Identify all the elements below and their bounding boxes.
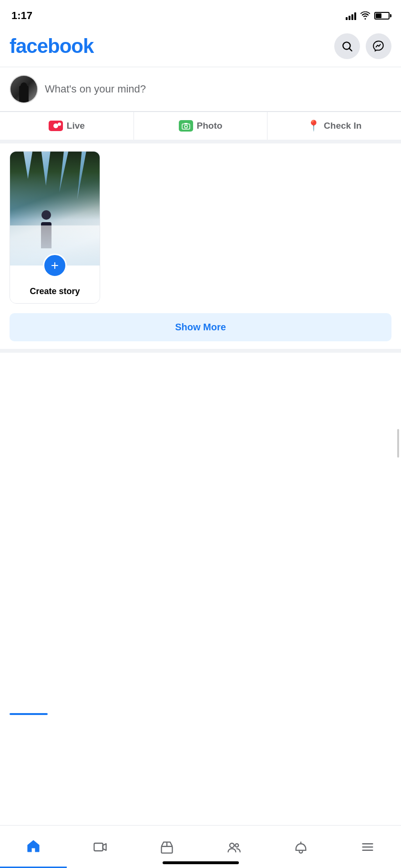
live-button[interactable]: Live (0, 112, 134, 140)
live-icon (49, 121, 63, 131)
video-icon (93, 839, 108, 855)
photo-icon (179, 120, 193, 132)
content-area (0, 353, 401, 686)
bottom-content-hint (0, 686, 401, 715)
scrollbar[interactable] (397, 429, 399, 458)
checkin-button[interactable]: 📍 Check In (267, 112, 401, 140)
avatar (10, 75, 38, 103)
story-bottom: + Create story (10, 266, 100, 304)
menu-icon (360, 839, 375, 855)
signal-icon (346, 11, 356, 20)
svg-rect-4 (94, 843, 103, 851)
composer-input[interactable]: What's on your mind? (45, 83, 391, 95)
search-icon (341, 40, 353, 52)
show-more-button[interactable]: Show More (10, 313, 391, 341)
marketplace-icon (159, 839, 175, 855)
checkin-icon: 📍 (307, 120, 320, 132)
home-indicator (163, 861, 239, 864)
create-story-label: Create story (30, 286, 80, 296)
checkin-label: Check In (324, 121, 361, 131)
header-actions (334, 33, 391, 59)
facebook-logo: facebook (10, 35, 93, 58)
photo-button[interactable]: Photo (134, 112, 268, 140)
story-background (10, 152, 100, 266)
messenger-icon (372, 40, 385, 52)
status-icons (346, 11, 390, 20)
svg-point-7 (235, 844, 238, 847)
plus-icon: + (51, 259, 59, 272)
notifications-icon (293, 839, 308, 855)
messenger-button[interactable] (366, 33, 391, 59)
svg-point-2 (185, 125, 187, 128)
svg-rect-1 (182, 124, 190, 129)
svg-rect-3 (184, 123, 187, 124)
status-bar: 1:17 (0, 0, 401, 29)
create-story-card[interactable]: + Create story (10, 151, 100, 304)
stories-section: + Create story (0, 143, 401, 306)
avatar-image (10, 76, 37, 102)
stories-bottom-divider (0, 349, 401, 353)
wifi-icon (360, 11, 370, 20)
battery-icon (374, 12, 390, 20)
post-composer: What's on your mind? (0, 67, 401, 111)
nav-video[interactable] (67, 826, 134, 868)
home-icon (26, 838, 41, 854)
section-divider (0, 140, 401, 143)
svg-point-6 (229, 843, 234, 848)
nav-home[interactable] (0, 826, 67, 868)
groups-icon (226, 839, 242, 855)
search-button[interactable] (334, 33, 360, 59)
app-header: facebook (0, 29, 401, 67)
story-plus-button[interactable]: + (43, 254, 67, 277)
active-tab-indicator (10, 713, 48, 715)
photo-svg (182, 123, 190, 130)
story-person-silhouette (37, 210, 56, 248)
action-bar: Live Photo 📍 Check In (0, 112, 401, 140)
svg-rect-5 (162, 846, 173, 853)
nav-menu[interactable] (334, 826, 401, 868)
live-label: Live (67, 121, 85, 131)
status-time: 1:17 (11, 10, 32, 22)
nav-notifications[interactable] (267, 826, 334, 868)
photo-label: Photo (197, 121, 223, 131)
